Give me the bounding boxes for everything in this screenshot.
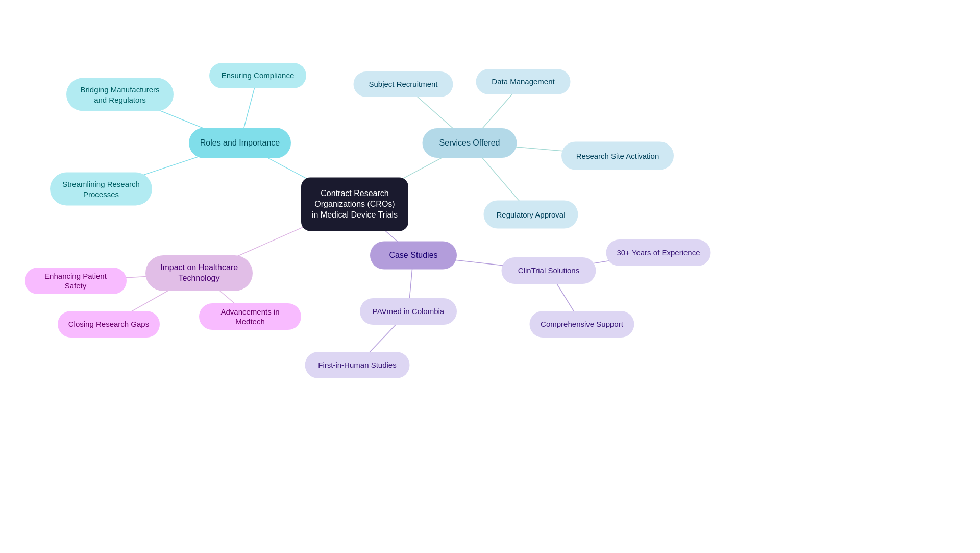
node-roles: Roles and Importance [189,128,291,158]
node-regulatory: Regulatory Approval [484,201,578,229]
node-comprehensive: Comprehensive Support [530,311,634,338]
node-advancements: Advancements in Medtech [199,303,301,330]
mindmap-container: Contract Research Organizations (CROs) i… [0,0,980,553]
node-ensuring: Ensuring Compliance [209,63,306,88]
center-node: Contract Research Organizations (CROs) i… [301,178,408,231]
node-patient: Enhancing Patient Safety [24,268,127,294]
node-siteactivation: Research Site Activation [561,142,674,170]
node-pavmed: PAVmed in Colombia [360,298,457,325]
node-closing: Closing Research Gaps [58,311,160,338]
node-bridging: Bridging Manufacturers and Regulators [66,78,174,111]
node-experience: 30+ Years of Experience [606,239,711,266]
node-firsthuman: First-in-Human Studies [305,352,410,378]
node-casestudies: Case Studies [370,242,457,270]
node-impact: Impact on Healthcare Technology [145,255,253,291]
node-datamanagement: Data Management [476,69,571,94]
node-streamlining: Streamlining Research Processes [50,173,152,206]
node-services: Services Offered [423,128,517,158]
node-subject: Subject Recruitment [354,71,453,97]
node-clintrial: ClinTrial Solutions [502,257,596,284]
